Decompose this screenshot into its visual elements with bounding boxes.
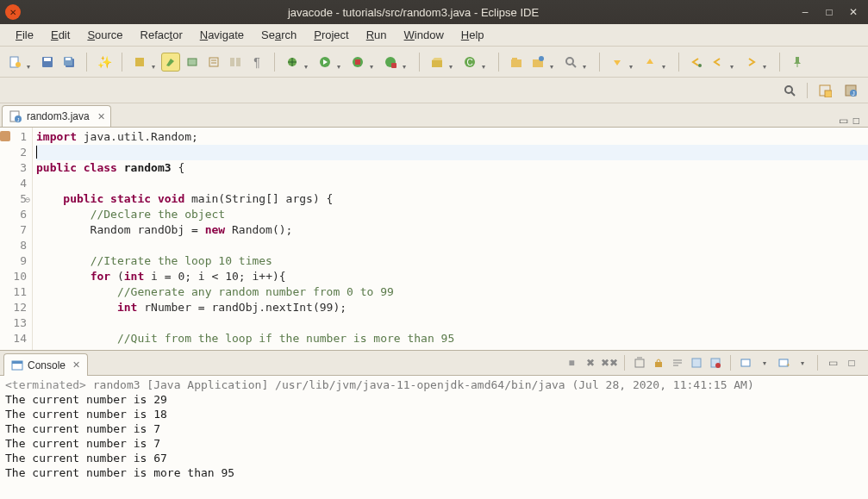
menu-source[interactable]: Source: [78, 25, 131, 45]
menu-navigate[interactable]: Navigate: [191, 25, 253, 45]
next-annotation-button[interactable]: [608, 53, 627, 72]
minimize-view-icon[interactable]: ▭: [839, 115, 848, 127]
save-all-button[interactable]: [59, 53, 78, 72]
svg-point-29: [566, 58, 573, 65]
last-edit-button[interactable]: [687, 53, 706, 72]
pilcrow-icon[interactable]: ¶: [247, 53, 266, 72]
tool1-button[interactable]: [130, 53, 149, 72]
menu-search[interactable]: Search: [253, 25, 305, 45]
forward-button[interactable]: [741, 53, 760, 72]
menu-edit[interactable]: Edit: [42, 25, 78, 45]
window-titlebar: ✕ javacode - tutorials/src/random3.java …: [0, 0, 868, 24]
menu-window[interactable]: Window: [396, 25, 453, 45]
back-button[interactable]: [709, 53, 727, 72]
tool5-button[interactable]: [226, 53, 245, 72]
svg-rect-7: [135, 58, 144, 66]
toolbar-separator: [678, 53, 679, 72]
svg-rect-3: [44, 58, 51, 61]
console-tab-close-icon[interactable]: ✕: [72, 359, 80, 371]
svg-point-28: [539, 56, 544, 61]
remove-all-icon[interactable]: ✖✖: [602, 355, 617, 371]
svg-text:C: C: [466, 58, 472, 67]
highlight-button[interactable]: [161, 53, 180, 72]
window-controls: – □ ✕: [799, 6, 863, 18]
menu-project[interactable]: Project: [305, 25, 357, 45]
debug-button[interactable]: [283, 53, 302, 72]
java-perspective-button[interactable]: J: [842, 82, 859, 99]
new-button[interactable]: [5, 53, 24, 72]
search-button[interactable]: [561, 53, 580, 72]
console-tab-label: Console: [28, 359, 66, 371]
save-button[interactable]: [38, 53, 57, 72]
pin-button[interactable]: [788, 53, 807, 72]
window-close-button[interactable]: ✕: [5, 4, 21, 20]
new-package-button[interactable]: [428, 53, 446, 72]
remove-launch-icon[interactable]: ✖: [583, 355, 598, 371]
svg-point-53: [715, 363, 721, 368]
menu-run[interactable]: Run: [358, 25, 396, 45]
maximize-view-icon[interactable]: □: [853, 115, 859, 127]
toolbar-separator: [86, 53, 87, 72]
new-class-button[interactable]: C: [460, 53, 479, 72]
svg-rect-6: [66, 58, 71, 60]
wand-icon[interactable]: ✨: [95, 53, 114, 72]
svg-rect-47: [655, 362, 662, 367]
tool4-button[interactable]: [204, 53, 223, 72]
svg-rect-22: [432, 60, 442, 67]
svg-text:J: J: [852, 90, 855, 97]
console-tabbar: Console ✕ ■ ✖ ✖✖ ▾ + ▾ ▭ □: [0, 350, 868, 376]
window-minimize-button[interactable]: –: [799, 6, 811, 18]
editor-tabbar: J random3.java ✕ ▭ □: [0, 103, 868, 128]
ext-tools-button[interactable]: [381, 53, 400, 72]
svg-rect-13: [236, 58, 240, 66]
svg-rect-45: [635, 359, 644, 367]
terminate-icon[interactable]: ■: [564, 355, 579, 371]
main-toolbar: ✨ ¶ C: [0, 47, 868, 78]
menu-file[interactable]: File: [7, 25, 42, 45]
svg-text:J: J: [17, 117, 20, 122]
java-file-icon: J: [9, 110, 22, 122]
console-icon: [11, 359, 23, 371]
svg-rect-51: [692, 359, 701, 367]
tool3-button[interactable]: [183, 53, 202, 72]
show-stderr-icon[interactable]: [708, 355, 723, 371]
coverage-button[interactable]: [348, 53, 367, 72]
toolbar-separator: [599, 53, 600, 72]
prev-annotation-button[interactable]: [640, 53, 659, 72]
search-icon[interactable]: [781, 82, 798, 99]
display-selected-console-icon[interactable]: [738, 355, 753, 371]
toolbar-separator: [419, 53, 420, 72]
minimize-console-icon[interactable]: ▭: [825, 355, 840, 371]
word-wrap-icon[interactable]: [670, 355, 685, 371]
console-toolbar: ■ ✖ ✖✖ ▾ + ▾ ▭ □: [564, 355, 865, 371]
menu-refactor[interactable]: Refactor: [132, 25, 191, 45]
line-gutter: 1234567891011121314: [0, 128, 33, 350]
toolbar-separator: [779, 53, 780, 72]
svg-rect-19: [355, 59, 360, 65]
svg-line-30: [572, 64, 576, 67]
open-console-icon[interactable]: +: [776, 355, 791, 371]
svg-rect-26: [512, 58, 517, 60]
tab-close-icon[interactable]: ✕: [97, 111, 105, 122]
svg-point-1: [16, 62, 21, 67]
open-perspective-button[interactable]: [816, 82, 834, 99]
code-editor[interactable]: 1234567891011121314 import java.util.Ran…: [0, 128, 868, 350]
code-area[interactable]: import java.util.Random;public class ran…: [33, 128, 868, 350]
maximize-console-icon[interactable]: □: [844, 355, 859, 371]
scroll-lock-icon[interactable]: [651, 355, 666, 371]
open-type-button[interactable]: [507, 53, 526, 72]
console-text: The current number is 29 The current num…: [5, 392, 863, 480]
perspective-toolbar: J: [0, 78, 868, 103]
window-maximize-button[interactable]: □: [823, 6, 835, 18]
run-button[interactable]: [315, 53, 334, 72]
svg-rect-36: [825, 90, 832, 97]
open-task-button[interactable]: [528, 53, 547, 72]
clear-console-icon[interactable]: [632, 355, 647, 371]
editor-tab-random3[interactable]: J random3.java ✕: [2, 105, 111, 127]
menu-help[interactable]: Help: [453, 25, 493, 45]
console-output[interactable]: <terminated> random3 [Java Application] …: [0, 376, 868, 499]
show-stdout-icon[interactable]: [689, 355, 704, 371]
window-close2-button[interactable]: ✕: [847, 6, 859, 18]
toolbar-separator: [498, 53, 499, 72]
console-tab[interactable]: Console ✕: [3, 353, 88, 376]
